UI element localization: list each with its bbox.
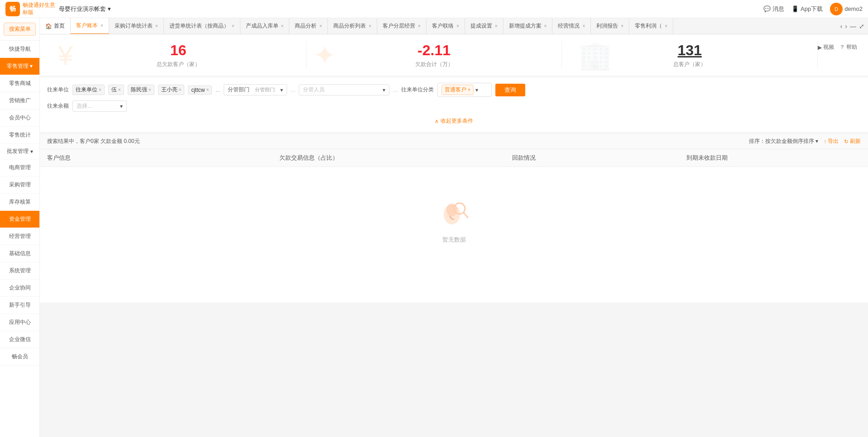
sidebar-item-quick-nav[interactable]: 快捷导航 bbox=[0, 41, 39, 58]
refresh-button[interactable]: ↻ 刷新 bbox=[844, 138, 861, 145]
chevron-down-icon: ▾ bbox=[475, 87, 478, 93]
sidebar-item-corp-collab[interactable]: 企业协同 bbox=[0, 280, 39, 297]
close-icon[interactable]: × bbox=[232, 24, 235, 28]
export-button[interactable]: ↑ 导出 bbox=[824, 138, 839, 145]
tab-maximize-button[interactable]: ⤢ bbox=[859, 23, 864, 30]
logo-icon: 畅 bbox=[5, 2, 20, 16]
logo-text: 畅捷通好生意 标版 bbox=[23, 2, 55, 16]
close-icon[interactable]: × bbox=[495, 24, 498, 28]
close-icon[interactable]: × bbox=[319, 24, 322, 28]
col-due-date: 到期未收款日期 bbox=[686, 154, 861, 162]
col-payment-status: 回款情况 bbox=[512, 154, 686, 162]
filter-tag-wu: 伍 × bbox=[108, 85, 124, 95]
video-button[interactable]: ▶ 视频 bbox=[818, 43, 834, 51]
arrow-icon: ▾ bbox=[30, 63, 33, 69]
sidebar-item-ecommerce[interactable]: 电商管理 bbox=[0, 159, 39, 176]
close-icon[interactable]: × bbox=[101, 23, 103, 28]
message-button[interactable]: 💬 消息 bbox=[763, 5, 784, 13]
tab-prev-button[interactable]: ‹ bbox=[840, 23, 843, 30]
balance-selector[interactable]: 选择... ▾ bbox=[72, 100, 127, 112]
logo-area: 畅 畅捷通好生意 标版 bbox=[5, 2, 55, 16]
tab-customer-tier[interactable]: 客户分层经营 × bbox=[377, 18, 427, 34]
collapse-button[interactable]: ∧ 收起更多条件 bbox=[47, 115, 861, 127]
tab-next-button[interactable]: › bbox=[845, 23, 847, 30]
tab-boost-settings[interactable]: 提成设置 × bbox=[465, 18, 504, 34]
tab-home[interactable]: 🏠 首页 bbox=[40, 18, 71, 34]
col-customer-info: 客户信息 bbox=[47, 154, 279, 162]
app-download-button[interactable]: 📱 App下载 bbox=[791, 5, 823, 13]
sidebar-item-retail-mgmt[interactable]: 零售管理 ▾ bbox=[0, 58, 39, 75]
close-icon[interactable]: × bbox=[582, 24, 585, 28]
remove-chen-button[interactable]: × bbox=[149, 87, 151, 92]
col-arrears-info: 欠款交易信息（占比） bbox=[279, 154, 512, 162]
sidebar-item-retail-mall[interactable]: 零售商城 bbox=[0, 75, 39, 92]
tab-profit-report[interactable]: 利润报告 × bbox=[591, 18, 629, 34]
sidebar-item-app-center[interactable]: 应用中心 bbox=[0, 314, 39, 331]
empty-state: 暂无数据 bbox=[40, 167, 868, 271]
remove-category-button[interactable]: × bbox=[468, 87, 470, 92]
chevron-down-icon: ▾ bbox=[280, 87, 283, 93]
close-icon[interactable]: × bbox=[544, 24, 547, 28]
chevron-down-icon: ▾ bbox=[383, 87, 385, 93]
sidebar-item-batch-mgmt[interactable]: 批发管理 ▾ bbox=[0, 144, 39, 159]
store-selector[interactable]: 母婴行业演示帐套 ▾ bbox=[59, 5, 111, 13]
dept-selector[interactable]: 分管部门 分管部门 ▾ bbox=[224, 84, 287, 95]
sidebar-item-purchase[interactable]: 采购管理 bbox=[0, 176, 39, 194]
query-button[interactable]: 查询 bbox=[495, 84, 525, 96]
filter-tag-cjttcw: cjttcw × bbox=[188, 86, 212, 95]
tabbar: 🏠 首页 客户账本 × 采购订单统计表 × 进货单统计表（按商品） × 产成品入… bbox=[40, 18, 868, 34]
sidebar-item-pro-member[interactable]: 畅会员 bbox=[0, 348, 39, 366]
sidebar-item-basic-info[interactable]: 基础信息 bbox=[0, 245, 39, 262]
remove-unit-default-button[interactable]: × bbox=[99, 87, 101, 92]
tab-retail-profit[interactable]: 零售利润（ × bbox=[629, 18, 673, 34]
sidebar-item-corp-wechat[interactable]: 企业微信 bbox=[0, 331, 39, 348]
tab-goods-analysis[interactable]: 商品分析 × bbox=[289, 18, 328, 34]
close-icon[interactable]: × bbox=[665, 24, 667, 28]
filter-tag-wangxiaoliang: 王小亮 × bbox=[158, 85, 185, 95]
result-summary: 搜索结果中，客户0家 欠款金额 0.00元 bbox=[47, 138, 140, 145]
close-icon[interactable]: × bbox=[418, 24, 421, 28]
stat-total-customers: 16 总欠款客户（家） bbox=[51, 42, 307, 68]
chevron-down-icon: ▾ bbox=[815, 138, 818, 144]
sidebar-item-marketing[interactable]: 营销推广 bbox=[0, 92, 39, 109]
search-menu-button[interactable]: 搜索菜单 bbox=[4, 23, 36, 36]
close-icon[interactable]: × bbox=[621, 24, 623, 28]
category-tag-selected: 普通客户 × bbox=[441, 85, 474, 95]
close-icon[interactable]: × bbox=[281, 24, 284, 28]
sidebar-item-finance[interactable]: 资金管理 bbox=[0, 211, 39, 228]
person-selector[interactable]: 分管人员 ▾ bbox=[299, 84, 389, 95]
close-icon[interactable]: × bbox=[369, 24, 371, 28]
stat-arrears-label: 欠款合计（万） bbox=[317, 61, 551, 68]
avatar: D bbox=[830, 3, 843, 15]
chevron-up-icon: ∧ bbox=[435, 118, 439, 124]
remove-cjttcw-button[interactable]: × bbox=[206, 87, 209, 92]
close-icon[interactable]: × bbox=[155, 24, 158, 28]
tab-customer-contact[interactable]: 客户联络 × bbox=[427, 18, 465, 34]
tab-accounts-book[interactable]: 客户账本 × bbox=[71, 18, 109, 34]
export-icon: ↑ bbox=[824, 138, 826, 145]
tab-minimize-button[interactable]: — bbox=[850, 23, 856, 30]
filter-tag-unit-default: 往来单位 × bbox=[72, 85, 105, 95]
remove-wang-button[interactable]: × bbox=[179, 87, 182, 92]
remove-wu-button[interactable]: × bbox=[118, 87, 121, 92]
filter-tag-chenminqiang: 陈民强 × bbox=[128, 85, 154, 95]
filter-more-units[interactable]: ... bbox=[216, 87, 220, 93]
tab-goods-analysis-list[interactable]: 商品分析列表 × bbox=[328, 18, 377, 34]
sidebar-item-retail-stats[interactable]: 零售统计 bbox=[0, 127, 39, 144]
sidebar-item-member-center[interactable]: 会员中心 bbox=[0, 109, 39, 127]
tab-production-in[interactable]: 产成品入库单 × bbox=[240, 18, 290, 34]
sidebar-item-new-guide[interactable]: 新手引导 bbox=[0, 297, 39, 314]
help-button[interactable]: ？ 帮助 bbox=[839, 43, 857, 51]
category-selector[interactable]: 普通客户 × ▾ bbox=[437, 83, 492, 97]
user-menu[interactable]: D demo2 bbox=[830, 3, 863, 15]
close-icon[interactable]: × bbox=[456, 24, 459, 28]
page-content: ¥ ✦ 🏢 16 总欠款客户（家） -2.11 欠款合计（万） 131 总客户（… bbox=[40, 34, 868, 437]
arrow-icon: ▾ bbox=[30, 148, 33, 155]
sidebar-item-inventory[interactable]: 库存核算 bbox=[0, 194, 39, 211]
sidebar-item-ops-mgmt[interactable]: 经营管理 bbox=[0, 228, 39, 245]
tab-add-boost[interactable]: 新增提成方案 × bbox=[504, 18, 553, 34]
sidebar-item-sys-mgmt[interactable]: 系统管理 bbox=[0, 262, 39, 280]
tab-goods-in-stats[interactable]: 进货单统计表（按商品） × bbox=[164, 18, 240, 34]
tab-purchase-order-stats[interactable]: 采购订单统计表 × bbox=[109, 18, 164, 34]
tab-biz-situation[interactable]: 经营情况 × bbox=[552, 18, 591, 34]
